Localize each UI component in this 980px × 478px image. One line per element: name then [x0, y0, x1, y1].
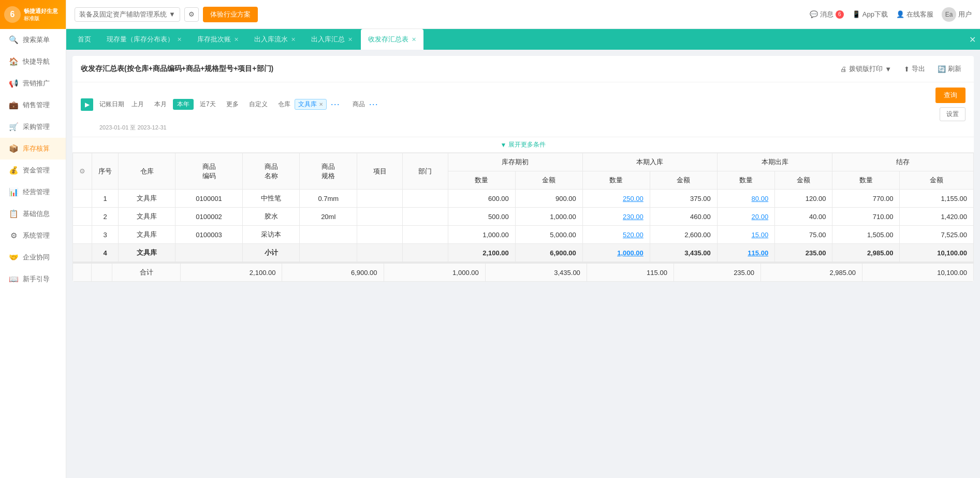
row-end-amt: 1,420.00	[900, 208, 974, 226]
page-card: 收发存汇总表(按仓库+商品编码+商品+规格型号+项目+部门) 🖨 拨锁版打印 ▼…	[72, 56, 974, 282]
tab-batch[interactable]: 库存批次账 ✕	[190, 29, 246, 50]
sidebar-item-inventory[interactable]: 📦 库存核算	[0, 138, 66, 160]
user-initials: Ea	[945, 11, 953, 18]
col-period-in-header: 本期入库	[582, 153, 717, 171]
user-menu[interactable]: Ea 用户	[942, 7, 972, 22]
sidebar-item-quicknav[interactable]: 🏠 快捷导航	[0, 51, 66, 73]
col-code-header: 商品编码	[175, 153, 243, 190]
sub-end-amt: 金额	[900, 171, 974, 190]
logo-number: 6	[10, 10, 15, 19]
cur-year-btn[interactable]: 本年	[173, 99, 194, 110]
sidebar-item-newuser[interactable]: 📖 新手引导	[0, 268, 66, 290]
sidebar-item-search[interactable]: 🔍 搜索菜单	[0, 29, 66, 51]
row-project	[357, 226, 403, 244]
row-out-qty[interactable]: 20.00	[717, 208, 774, 226]
messages-button[interactable]: 💬 消息 6	[810, 10, 844, 19]
sidebar-item-finance[interactable]: 💰 资金管理	[0, 160, 66, 181]
sidebar-item-enterprise[interactable]: 🤝 企业协同	[0, 247, 66, 268]
row-out-qty[interactable]: 15.00	[717, 226, 774, 244]
refresh-icon: 🔄	[938, 65, 946, 73]
prev-month-btn[interactable]: 上月	[127, 99, 148, 110]
sidebar-item-operations[interactable]: 📊 经营管理	[0, 181, 66, 203]
footer-end-amt: 10,100.00	[862, 264, 974, 282]
row-in-qty[interactable]: 250.00	[582, 190, 650, 208]
subtotal-out-qty[interactable]: 115.00	[717, 244, 774, 262]
expand-conditions-button[interactable]: ▼ 展开更多条件	[501, 140, 546, 149]
sidebar-item-marketing[interactable]: 📢 营销推广	[0, 73, 66, 94]
row-name: 胶水	[243, 208, 300, 226]
tabbar: 首页 现存量（库存分布表） ✕ 库存批次账 ✕ 出入库流水 ✕ 出入库汇总 ✕ …	[66, 29, 980, 50]
online-support-button[interactable]: 👤 在线客服	[896, 10, 933, 19]
tab-collection-summary[interactable]: 收发存汇总表 ✕	[361, 29, 423, 50]
finance-icon: 💰	[8, 166, 19, 175]
warehouse-label: 仓库	[278, 100, 290, 109]
tab-batch-close[interactable]: ✕	[234, 36, 239, 43]
row-end-qty: 770.00	[832, 190, 900, 208]
last7days-btn[interactable]: 近7天	[196, 99, 220, 110]
tab-inventory-dist-close[interactable]: ✕	[177, 36, 182, 43]
warehouse-tag-close[interactable]: ✕	[319, 102, 323, 107]
sidebar-item-system[interactable]: ⚙ 系统管理	[0, 225, 66, 247]
close-all-tabs[interactable]: ✕	[969, 35, 976, 45]
footer-in-qty: 1,000.00	[384, 264, 485, 282]
tab-inout-flow[interactable]: 出入库流水 ✕	[247, 29, 303, 50]
date-filter-group: 记账日期 上月 本月 本年 近7天 更多 自定义	[99, 99, 272, 110]
row-out-qty[interactable]: 80.00	[717, 190, 774, 208]
sub-in-qty: 数量	[582, 171, 650, 190]
tab-home[interactable]: 首页	[70, 29, 98, 50]
subtotal-empty4	[403, 244, 448, 262]
row-gear-cell	[73, 226, 92, 244]
sidebar-item-purchase[interactable]: 🛒 采购管理	[0, 116, 66, 138]
sidebar-item-label: 经营管理	[23, 187, 50, 197]
subtotal-warehouse: 文具库	[119, 244, 175, 262]
export-button[interactable]: ⬆ 导出	[900, 62, 929, 76]
mobile-icon: 📱	[852, 10, 860, 18]
tab-home-label: 首页	[78, 35, 91, 44]
warehouse-more-dots[interactable]: ···	[331, 99, 340, 110]
row-spec	[300, 226, 357, 244]
filter-expand-arrow[interactable]: ▶	[81, 98, 93, 111]
row-start-amt: 5,000.00	[515, 226, 582, 244]
table-settings-header[interactable]: ⚙	[73, 153, 92, 190]
refresh-button[interactable]: 🔄 刷新	[933, 62, 966, 76]
system-selector[interactable]: 装备及固定资产辅助管理系统 ▼	[75, 7, 180, 22]
row-in-amt: 375.00	[650, 190, 717, 208]
print-button[interactable]: 🖨 拨锁版打印 ▼	[836, 62, 896, 76]
user-label: 用户	[958, 10, 972, 19]
tab-inventory-dist[interactable]: 现存量（库存分布表） ✕	[99, 29, 189, 50]
app-download-label: App下载	[862, 10, 888, 19]
row-start-amt: 900.00	[515, 190, 582, 208]
sidebar-item-sales[interactable]: 💼 销售管理	[0, 94, 66, 116]
page-header: 收发存汇总表(按仓库+商品编码+商品+规格型号+项目+部门) 🖨 拨锁版打印 ▼…	[72, 56, 974, 82]
print-dropdown-icon: ▼	[885, 65, 891, 73]
custom-date-btn[interactable]: 自定义	[245, 99, 272, 110]
footer-start-amt: 6,900.00	[282, 264, 384, 282]
row-end-amt: 1,155.00	[900, 190, 974, 208]
goods-more-dots[interactable]: ···	[369, 99, 378, 110]
message-icon: 💬	[810, 10, 818, 18]
marketing-icon: 📢	[8, 79, 19, 88]
sidebar-item-basic[interactable]: 📋 基础信息	[0, 203, 66, 225]
warehouse-tag-value: 文具库	[298, 100, 317, 109]
app-download-button[interactable]: 📱 App下载	[852, 10, 888, 19]
subtotal-end-amt: 10,100.00	[900, 244, 974, 262]
query-button[interactable]: 查询	[935, 88, 966, 103]
subtotal-in-qty[interactable]: 1,000.00	[582, 244, 650, 262]
tab-inout-summary[interactable]: 出入库汇总 ✕	[304, 29, 360, 50]
sidebar-item-label: 销售管理	[23, 100, 50, 110]
setting-button[interactable]: 设置	[940, 107, 966, 121]
tab-inout-flow-close[interactable]: ✕	[291, 36, 296, 43]
tab-inout-summary-close[interactable]: ✕	[348, 36, 353, 43]
row-in-qty[interactable]: 230.00	[582, 208, 650, 226]
row-end-qty: 1,505.00	[832, 226, 900, 244]
tab-collection-summary-close[interactable]: ✕	[412, 36, 416, 43]
col-period-out-header: 本期出库	[717, 153, 832, 171]
row-in-amt: 460.00	[650, 208, 717, 226]
row-in-qty[interactable]: 520.00	[582, 226, 650, 244]
cur-month-btn[interactable]: 本月	[150, 99, 171, 110]
row-code: 0100001	[175, 190, 243, 208]
totals-table: 合计 2,100.00 6,900.00 1,000.00 3,435.00 1…	[72, 263, 974, 282]
experience-button[interactable]: 体验行业方案	[203, 7, 258, 22]
settings-button[interactable]: ⚙	[184, 7, 199, 22]
more-date-btn[interactable]: 更多	[222, 99, 243, 110]
